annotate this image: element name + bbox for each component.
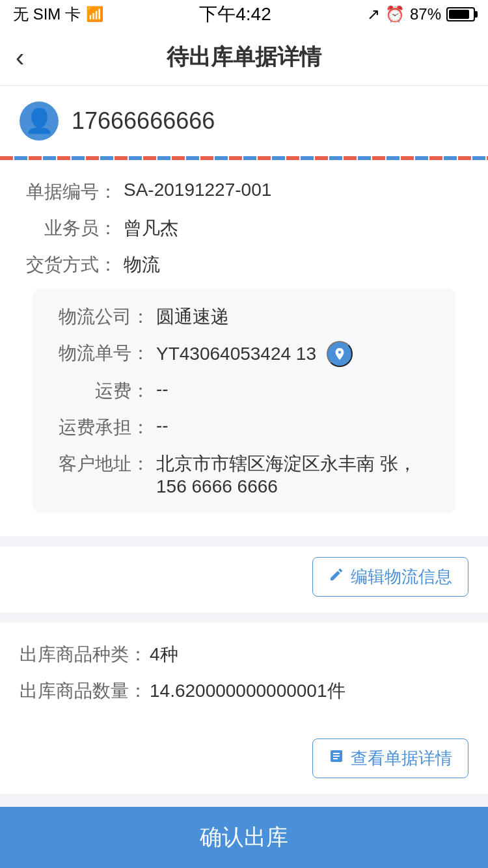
- status-time: 下午4:42: [199, 2, 271, 27]
- alarm-icon: ⏰: [385, 5, 405, 23]
- freight-bearer-row: 运费承担： --: [52, 415, 436, 440]
- content: 👤 17666666666 单据编号： SA-20191227-001 业务员：…: [0, 86, 488, 868]
- page-title: 待出库单据详情: [167, 42, 321, 72]
- nav-bar: ‹ 待出库单据详情: [0, 29, 488, 86]
- logistics-card: 物流公司： 圆通速递 物流单号： YT43064053424 13 运费： --: [33, 289, 455, 513]
- freight-row: 运费： --: [52, 379, 436, 403]
- freight-value: --: [156, 379, 436, 400]
- carrier-text: 无 SIM 卡: [13, 4, 81, 25]
- wifi-icon: 📶: [86, 6, 103, 23]
- status-left: 无 SIM 卡 📶: [13, 4, 103, 25]
- delivery-label: 交货方式：: [20, 252, 124, 277]
- confirm-button[interactable]: 确认出库: [0, 807, 488, 868]
- goods-quantity-value: 14.620000000000001件: [150, 679, 346, 703]
- order-no-value: SA-20191227-001: [124, 180, 468, 200]
- confirm-button-label: 确认出库: [200, 824, 288, 849]
- edit-btn-wrapper: 编辑物流信息: [0, 547, 488, 612]
- delivery-value: 物流: [124, 252, 468, 277]
- delivery-row: 交货方式： 物流: [20, 252, 468, 277]
- goods-section: 出库商品种类： 4种 出库商品数量： 14.620000000000001件: [0, 623, 488, 728]
- edit-logistics-label: 编辑物流信息: [351, 565, 452, 588]
- logistics-company-row: 物流公司： 圆通速递: [52, 305, 436, 329]
- address-value: 北京市市辖区海淀区永丰南 张，156 6666 6666: [156, 452, 436, 497]
- logistics-company-value: 圆通速递: [156, 305, 436, 329]
- salesman-value: 曾凡杰: [124, 216, 468, 241]
- view-details-button[interactable]: 查看单据详情: [312, 739, 468, 778]
- location-button[interactable]: [327, 341, 353, 367]
- goods-quantity-row: 出库商品数量： 14.620000000000001件: [20, 679, 468, 703]
- goods-type-value: 4种: [150, 642, 178, 667]
- edit-icon: [329, 567, 344, 587]
- avatar: 👤: [20, 102, 59, 141]
- address-row: 客户地址： 北京市市辖区海淀区永丰南 张，156 6666 6666: [52, 452, 436, 497]
- customer-section: 👤 17666666666: [0, 86, 488, 156]
- section-divider: [0, 612, 488, 623]
- order-no-row: 单据编号： SA-20191227-001: [20, 180, 468, 204]
- address-label: 客户地址：: [52, 452, 156, 476]
- goods-type-label: 出库商品种类：: [20, 642, 150, 667]
- order-info-section: 单据编号： SA-20191227-001 业务员： 曾凡杰 交货方式： 物流 …: [0, 160, 488, 536]
- freight-label: 运费：: [52, 379, 156, 403]
- battery-percent: 87%: [410, 5, 441, 23]
- back-button[interactable]: ‹: [16, 44, 24, 70]
- status-bar: 无 SIM 卡 📶 下午4:42 ↗ ⏰ 87%: [0, 0, 488, 29]
- view-details-icon: [329, 748, 344, 768]
- battery-icon: [446, 7, 475, 21]
- location-icon: ↗: [367, 5, 380, 23]
- logistics-company-label: 物流公司：: [52, 305, 156, 329]
- map-pin-icon: [332, 347, 347, 361]
- customer-phone: 17666666666: [72, 107, 215, 135]
- view-details-label: 查看单据详情: [351, 747, 452, 770]
- freight-bearer-label: 运费承担：: [52, 415, 156, 440]
- goods-type-row: 出库商品种类： 4种: [20, 642, 468, 667]
- view-btn-wrapper: 查看单据详情: [0, 728, 488, 794]
- salesman-label: 业务员：: [20, 216, 124, 241]
- edit-logistics-button[interactable]: 编辑物流信息: [312, 557, 468, 597]
- freight-bearer-value: --: [156, 415, 436, 436]
- user-icon: 👤: [25, 107, 54, 135]
- goods-quantity-label: 出库商品数量：: [20, 679, 150, 703]
- tracking-no-row: 物流单号： YT43064053424 13: [52, 341, 436, 367]
- tracking-no-value: YT43064053424 13: [156, 341, 436, 367]
- salesman-row: 业务员： 曾凡杰: [20, 216, 468, 241]
- order-no-label: 单据编号：: [20, 180, 124, 204]
- tracking-no-label: 物流单号：: [52, 341, 156, 366]
- status-right: ↗ ⏰ 87%: [367, 5, 475, 23]
